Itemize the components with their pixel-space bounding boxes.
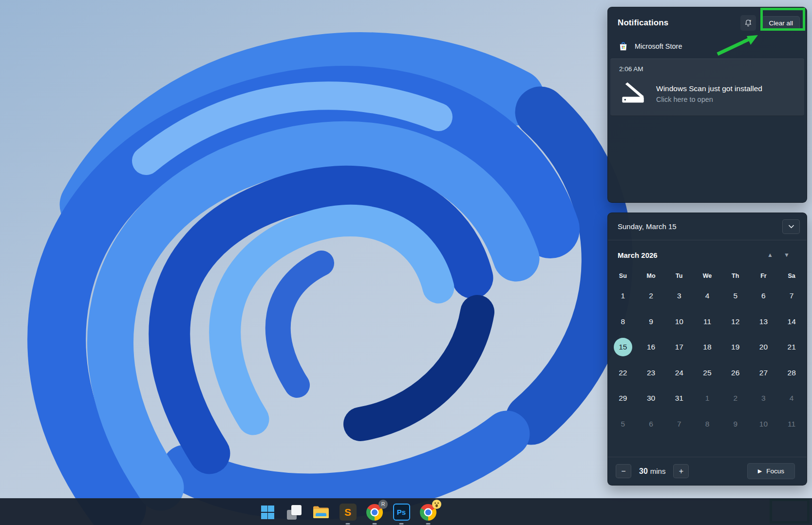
photoshop-button[interactable]: Ps [392,503,411,522]
calendar-day-of-week-row: SuMoTuWeThFrSa [608,269,807,283]
scanner-icon [619,80,646,106]
bell-snooze-icon: z [744,19,753,27]
do-not-disturb-button[interactable]: z [740,15,756,31]
calendar-day[interactable]: 5 [721,283,750,309]
calendar-day[interactable]: 14 [777,309,806,335]
calendar-day[interactable]: 16 [637,334,665,360]
calendar-flyout: Sunday, March 15 March 2026 ▲ ▼ SuMoTuWe… [607,213,807,486]
calendar-month-label: March 2026 [618,251,762,259]
day-of-week-label: Th [721,269,750,283]
clear-all-button[interactable]: Clear all [762,16,800,30]
task-view-icon [287,505,302,520]
sublime-text-icon: S [340,504,357,521]
calendar-day[interactable]: 18 [693,334,721,360]
notification-source-app: Microsoft Store [635,42,682,50]
calendar-day[interactable]: 17 [665,334,693,360]
calendar-day[interactable]: 2 [721,386,750,411]
windows-logo-icon [261,506,274,519]
calendar-day[interactable]: 9 [721,411,750,437]
calendar-day[interactable]: 7 [777,283,806,309]
focus-increase-button[interactable]: + [673,464,689,478]
notifications-header: Notifications z Clear all [608,7,807,35]
calendar-prev-month-button[interactable]: ▲ [762,252,778,258]
svg-text:z: z [750,19,751,22]
chrome-profile2-button[interactable] [418,503,438,522]
focus-decrease-button[interactable]: − [616,464,631,478]
folder-icon [312,505,330,520]
day-of-week-label: Su [609,269,637,283]
chevron-down-icon [788,224,794,229]
calendar-next-month-button[interactable]: ▼ [778,252,795,258]
calendar-day[interactable]: 20 [750,334,778,360]
calendar-day[interactable]: 4 [777,386,806,411]
taskbar: S R Ps [0,498,812,525]
notifications-panel: Notifications z Clear all Microsoft Stor… [607,7,807,203]
calendar-day[interactable]: 1 [609,283,637,309]
calendar-day[interactable]: 3 [750,386,778,411]
day-of-week-label: Mo [637,269,665,283]
calendar-date-header-row: Sunday, March 15 [608,213,807,240]
start-button[interactable] [258,503,277,522]
calendar-day[interactable]: 30 [637,386,665,411]
photoshop-icon: Ps [393,504,410,521]
focus-session-row: − 30mins + ▶ Focus [608,457,807,485]
calendar-day[interactable]: 4 [693,283,721,309]
focus-duration-label: 30mins [639,467,665,476]
chrome-emoji-avatar [432,500,441,509]
calendar-day[interactable]: 1 [693,386,721,411]
day-of-week-label: Sa [777,269,806,283]
calendar-day[interactable]: 5 [609,411,637,437]
calendar-day[interactable]: 9 [637,309,665,335]
calendar-day[interactable]: 2 [637,283,665,309]
chrome-profile1-button[interactable]: R [365,503,384,522]
notification-card[interactable]: 2:06 AM Windows Scan just got installed … [610,58,804,116]
calendar-collapse-button[interactable] [782,219,800,234]
calendar-day[interactable]: 6 [750,283,778,309]
calendar-day[interactable]: 31 [665,386,693,411]
calendar-day[interactable]: 25 [693,360,721,386]
calendar-day[interactable]: 8 [609,309,637,335]
calendar-day-selected[interactable]: 15 [609,334,637,360]
calendar-day[interactable]: 24 [665,360,693,386]
notification-group-header[interactable]: Microsoft Store [608,35,807,58]
calendar-day[interactable]: 11 [777,411,806,437]
focus-button-label: Focus [766,467,784,475]
calendar-day[interactable]: 8 [693,411,721,437]
calendar-day[interactable]: 12 [721,309,750,335]
play-icon: ▶ [758,468,762,474]
day-of-week-label: Fr [750,269,778,283]
calendar-day[interactable]: 11 [693,309,721,335]
calendar-day[interactable]: 13 [750,309,778,335]
calendar-day[interactable]: 6 [637,411,665,437]
desktop: Notifications z Clear all Microsoft Stor… [0,0,812,525]
calendar-day[interactable]: 27 [750,360,778,386]
focus-start-button[interactable]: ▶ Focus [747,463,795,479]
focus-duration-value: 30 [639,467,648,475]
calendar-full-date: Sunday, March 15 [618,222,782,231]
calendar-day[interactable]: 23 [637,360,665,386]
day-of-week-label: We [693,269,721,283]
notifications-title: Notifications [618,18,740,28]
calendar-day[interactable]: 21 [777,334,806,360]
taskbar-app-icons: S R Ps [258,499,438,525]
microsoft-store-icon [618,40,629,52]
calendar-day[interactable]: 10 [665,309,693,335]
calendar-day[interactable]: 7 [665,411,693,437]
calendar-day[interactable]: 19 [721,334,750,360]
sublime-text-button[interactable]: S [338,503,358,522]
task-view-button[interactable] [284,503,304,522]
calendar-day[interactable]: 26 [721,360,750,386]
day-of-week-label: Tu [665,269,693,283]
calendar-day[interactable]: 28 [777,360,806,386]
calendar-day-grid: 1234567891011121314151617181920212223242… [608,283,807,437]
notification-time: 2:06 AM [619,65,795,73]
calendar-day[interactable]: 10 [750,411,778,437]
notification-title: Windows Scan just got installed [656,84,762,93]
chrome-profile-badge: R [378,500,388,509]
calendar-month-row: March 2026 ▲ ▼ [608,244,807,266]
calendar-day[interactable]: 22 [609,360,637,386]
calendar-day[interactable]: 3 [665,283,693,309]
notification-action-link[interactable]: Click here to open [656,96,762,103]
file-explorer-button[interactable] [311,503,331,522]
calendar-day[interactable]: 29 [609,386,637,411]
